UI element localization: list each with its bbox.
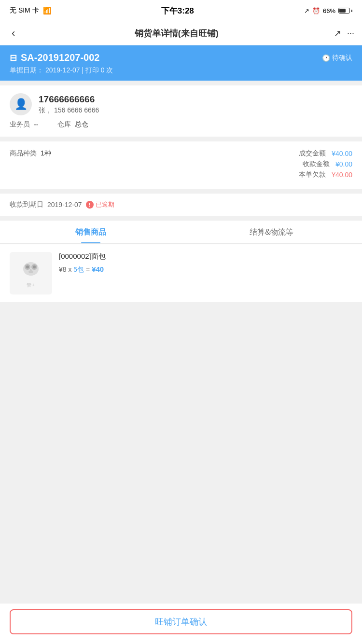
svg-point-5 <box>28 270 33 273</box>
overdue-icon: ! <box>86 201 94 209</box>
bottom-bar: 旺铺订单确认 <box>0 603 362 644</box>
customer-name: 张， 156 6666 6666 <box>39 106 352 115</box>
main-content: 管+ [0000002]面包 ¥8 x 5包 = ¥40 <box>0 244 362 389</box>
status-right: ↗ ⏰ 66% <box>304 7 352 14</box>
collection-value: ¥0.00 <box>335 160 352 168</box>
debt-value: ¥40.00 <box>332 171 352 179</box>
summary-right: 成交金额 ¥40.00 收款金额 ¥0.00 本单欠款 ¥40.00 <box>299 149 352 181</box>
share-icon[interactable]: ↗ <box>334 28 341 39</box>
carrier-text: 无 SIM 卡 <box>10 6 39 15</box>
due-date-label: 收款到期日 <box>10 200 43 209</box>
page-title: 销货单详情(来自旺铺) <box>19 28 334 39</box>
product-thumb-icon <box>19 258 43 281</box>
more-icon[interactable]: ··· <box>347 28 354 38</box>
debt-label: 本单欠款 <box>299 170 326 179</box>
customer-meta: 业务员 -- 仓库 总仓 <box>10 120 352 129</box>
equals-sign: = <box>84 266 92 273</box>
due-date-value: 2019-12-07 <box>47 201 82 209</box>
customer-contact-phone: 156 6666 6666 <box>54 106 99 114</box>
status-text: 待确认 <box>332 54 352 62</box>
order-id-text: SA-20191207-002 <box>21 52 99 63</box>
nav-actions: ↗ ··· <box>334 28 354 39</box>
status-left: 无 SIM 卡 📶 <box>10 6 51 15</box>
category-label: 商品种类 <box>10 149 37 158</box>
product-thumbnail: 管+ <box>10 252 52 294</box>
summary-card: 商品种类 1种 成交金额 ¥40.00 收款金额 ¥0.00 本单欠款 ¥40.… <box>0 141 362 189</box>
summary-left: 商品种类 1种 <box>10 149 51 158</box>
tab-settlement[interactable]: 结算&物流等 <box>181 221 362 243</box>
order-icon: ⊟ <box>10 53 17 63</box>
product-thumb-plus: 管+ <box>27 282 35 289</box>
nav-bar: ‹ 销货单详情(来自旺铺) ↗ ··· <box>0 21 362 45</box>
tab-products[interactable]: 销售商品 <box>0 221 181 243</box>
avatar: 👤 <box>10 93 32 115</box>
alarm-icon: ⏰ <box>312 7 320 14</box>
customer-card: 👤 17666666666 张， 156 6666 6666 业务员 -- 仓库… <box>0 85 362 137</box>
quantity: 5包 <box>73 266 84 273</box>
svg-point-3 <box>26 266 29 268</box>
product-category: 商品种类 1种 <box>10 149 51 158</box>
warehouse-meta: 仓库 总仓 <box>57 120 88 129</box>
due-date-card: 收款到期日 2019-12-07 ! 已逾期 <box>0 194 362 216</box>
sales-label: 业务员 <box>10 120 30 129</box>
status-time: 下午3:28 <box>161 5 194 16</box>
svg-point-4 <box>33 266 36 268</box>
avatar-icon: 👤 <box>14 98 28 111</box>
sales-value: -- <box>34 121 38 128</box>
order-header: ⊟ SA-20191207-002 🕐 待确认 单据日期： 2019-12-07… <box>0 45 362 81</box>
collection-row: 收款金额 ¥0.00 <box>299 160 352 168</box>
product-item: 管+ [0000002]面包 ¥8 x 5包 = ¥40 <box>0 244 362 302</box>
status-bar: 无 SIM 卡 📶 下午3:28 ↗ ⏰ 66% <box>0 0 362 21</box>
amount-row: 成交金额 ¥40.00 <box>299 149 352 158</box>
back-button[interactable]: ‹ <box>8 25 19 42</box>
product-details: [0000002]面包 ¥8 x 5包 = ¥40 <box>59 252 352 274</box>
status-clock-icon: 🕐 <box>322 54 330 62</box>
overdue-text: 已逾期 <box>96 200 114 209</box>
amount-label: 成交金额 <box>299 149 326 158</box>
location-icon: ↗ <box>304 7 309 14</box>
order-status: 🕐 待确认 <box>322 54 352 62</box>
warehouse-label: 仓库 <box>57 120 71 129</box>
battery-icon <box>338 8 352 14</box>
customer-info: 17666666666 张， 156 6666 6666 <box>39 94 352 115</box>
multiply-sign: x <box>67 266 74 273</box>
confirm-label: 旺铺订单确认 <box>155 616 207 628</box>
overdue-badge: ! 已逾期 <box>86 200 114 209</box>
price-unit: ¥8 <box>59 266 67 273</box>
wifi-icon: 📶 <box>43 7 51 14</box>
warehouse-value: 总仓 <box>75 120 88 129</box>
product-price: ¥8 x 5包 = ¥40 <box>59 265 352 274</box>
debt-row: 本单欠款 ¥40.00 <box>299 170 352 179</box>
order-date-value: 2019-12-07 <box>45 66 80 74</box>
confirm-order-button[interactable]: 旺铺订单确认 <box>10 609 352 634</box>
sales-meta: 业务员 -- <box>10 120 38 129</box>
total-price: ¥40 <box>92 265 104 273</box>
category-value: 1种 <box>41 149 51 158</box>
customer-phone: 17666666666 <box>39 94 352 105</box>
battery-percent: 66% <box>323 7 335 14</box>
product-name: [0000002]面包 <box>59 252 352 261</box>
order-id: ⊟ SA-20191207-002 <box>10 52 99 63</box>
order-date: 单据日期： 2019-12-07 | 打印 0 次 <box>10 66 352 75</box>
tabs-container: 销售商品 结算&物流等 <box>0 221 362 244</box>
amount-value: ¥40.00 <box>332 150 352 157</box>
collection-label: 收款金额 <box>303 160 330 168</box>
